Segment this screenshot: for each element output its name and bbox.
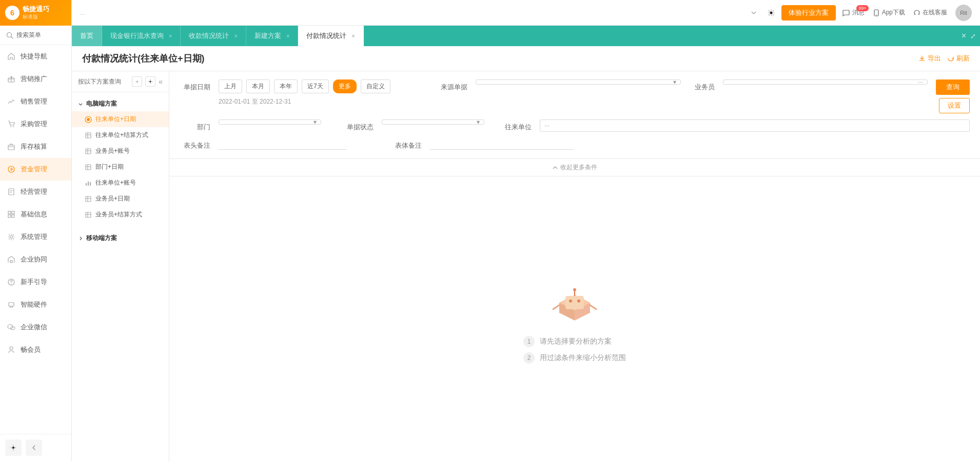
sidebar-item-quick-nav[interactable]: 快捷导航 — [0, 45, 71, 68]
tab-close-icon[interactable]: × — [286, 33, 289, 39]
last-7days-btn[interactable]: 近7天 — [302, 79, 329, 93]
tab-close-icon[interactable]: × — [169, 33, 172, 39]
svg-point-20 — [12, 447, 14, 449]
empty-msg-1: 1 请先选择要分析的方案 — [523, 336, 626, 347]
svg-point-44 — [573, 288, 576, 291]
tab-expand-btn[interactable]: ⤢ — [970, 32, 976, 40]
sidebar-item-sales[interactable]: 销售管理 — [0, 90, 71, 113]
sidebar-item-marketing[interactable]: 营销推广 — [0, 68, 71, 90]
sidebar-item-finance[interactable]: 资金管理 — [0, 158, 71, 181]
top-header: ... 体验行业方案 消息 99+ App下载 在线客服 Rit — [72, 0, 980, 26]
source-select[interactable]: ▾ — [476, 79, 680, 85]
plan-item-staff-settle[interactable]: 业务员+结算方式 — [72, 207, 169, 223]
dept-select[interactable]: ▾ — [219, 119, 321, 125]
tab-home[interactable]: 首页 — [72, 26, 102, 46]
table-icon — [84, 131, 92, 139]
sidebar-item-guide[interactable]: 新手引导 — [0, 271, 71, 293]
mobile-plan-section-title[interactable]: 移动端方案 — [72, 231, 169, 246]
sidebar-item-basic[interactable]: 基础信息 — [0, 203, 71, 226]
plan-item-label: 往来单位+账号 — [95, 178, 136, 187]
sidebar-item-member[interactable]: 畅会员 — [0, 338, 71, 361]
this-year-btn[interactable]: 本年 — [274, 79, 298, 93]
tab-close-active-icon[interactable]: × — [351, 33, 355, 39]
svg-rect-29 — [86, 133, 91, 138]
empty-illustration — [544, 274, 605, 326]
collapse-sidebar-btn[interactable] — [26, 439, 42, 456]
status-arrow-icon: ▾ — [477, 118, 480, 126]
chevron-down-icon — [751, 10, 757, 16]
counterpart-select[interactable]: ··· — [540, 119, 970, 132]
report-icon — [6, 187, 16, 197]
plan-item-staff-date[interactable]: 业务员+日期 — [72, 191, 169, 207]
refresh-icon — [947, 55, 954, 62]
head-note-input[interactable] — [219, 138, 347, 150]
svg-point-6 — [8, 166, 14, 172]
chevron-down-small-icon — [78, 102, 83, 107]
home-icon — [6, 51, 16, 62]
svg-rect-31 — [86, 165, 91, 170]
export-btn[interactable]: 导出 — [918, 54, 941, 63]
tab-close-all-btn[interactable]: × — [962, 31, 966, 41]
staff-arrow-icon: ··· — [918, 78, 923, 86]
svg-point-3 — [10, 126, 11, 127]
status-select[interactable]: ▾ — [382, 119, 484, 125]
content-area: 付款情况统计(往来单位+日期) 导出 刷新 按以下方案查询 + — [72, 46, 980, 461]
svg-rect-11 — [12, 215, 14, 217]
sidebar-item-inventory[interactable]: 库存核算 — [0, 135, 71, 158]
refresh-btn[interactable]: 刷新 — [947, 54, 970, 63]
tab-bar-btns: × ⤢ — [957, 26, 980, 46]
member-icon — [6, 345, 16, 355]
add-plan-btn[interactable]: + — [132, 76, 142, 87]
query-btn[interactable]: 查询 — [936, 79, 970, 95]
sidebar-item-enterprise[interactable]: 企业协同 — [0, 248, 71, 271]
pc-plan-section-title[interactable]: 电脑端方案 — [72, 96, 169, 111]
collapse-filter-bar[interactable]: 收起更多条件 — [169, 159, 980, 176]
collapse-left-panel-btn[interactable]: « — [159, 77, 163, 86]
sidebar-item-system[interactable]: 系统管理 — [0, 226, 71, 248]
sidebar-item-operation[interactable]: 经营管理 — [0, 181, 71, 203]
svg-rect-13 — [10, 260, 12, 263]
custom-btn[interactable]: 自定义 — [361, 79, 390, 93]
service-btn[interactable]: 在线客服 — [913, 8, 947, 17]
gift-icon — [6, 74, 16, 84]
user-avatar[interactable]: Rit — [955, 5, 972, 21]
tab-collection-stats[interactable]: 收款情况统计 × — [181, 26, 246, 46]
msg-btn[interactable]: 消息 99+ — [842, 8, 865, 17]
search-menu[interactable]: 搜索菜单 — [0, 26, 71, 45]
sidebar-item-hardware[interactable]: 智能硬件 — [0, 293, 71, 316]
tab-payment-stats[interactable]: 付款情况统计 × — [298, 26, 363, 46]
tab-new-plan[interactable]: 新建方案 × — [246, 26, 298, 46]
page-header: 付款情况统计(往来单位+日期) 导出 刷新 — [72, 46, 980, 71]
empty-state: 1 请先选择要分析的方案 2 用过滤条件来缩小分析范围 — [169, 176, 980, 461]
plan-item-unit-date[interactable]: 往来单位+日期 — [72, 111, 169, 127]
headset-icon — [913, 9, 920, 16]
plan-item-label: 业务员+结算方式 — [95, 210, 142, 219]
app-download-btn[interactable]: App下载 — [873, 8, 905, 17]
tab-bank-flow[interactable]: 现金银行流水查询 × — [102, 26, 181, 46]
trial-btn[interactable]: 体验行业方案 — [781, 5, 836, 21]
settings-filter-btn[interactable]: 设置 — [939, 98, 970, 113]
content-body: 按以下方案查询 + « 电脑端方案 — [72, 71, 980, 461]
gear-footer-btn[interactable] — [5, 439, 22, 456]
manage-plan-btn[interactable] — [145, 76, 155, 87]
table-icon-3 — [84, 163, 92, 171]
status-select-wrapper: ▾ — [382, 119, 484, 125]
tab-bar: 首页 现金银行流水查询 × 收款情况统计 × 新建方案 × 付款情况统计 × ×… — [72, 26, 980, 46]
plan-item-staff-account[interactable]: 业务员+账号 — [72, 143, 169, 159]
this-month-btn[interactable]: 本月 — [246, 79, 270, 93]
staff-select[interactable]: ··· — [723, 79, 928, 85]
settings-btn-header[interactable] — [767, 9, 775, 17]
plan-item-dept-date[interactable]: 部门+日期 — [72, 159, 169, 175]
last-month-btn[interactable]: 上月 — [219, 79, 242, 93]
nav-label: 库存核算 — [21, 142, 47, 151]
body-note-input[interactable] — [430, 138, 574, 150]
tab-close-icon[interactable]: × — [234, 33, 237, 39]
sidebar-item-purchase[interactable]: 采购管理 — [0, 113, 71, 135]
more-btn[interactable]: 更多 — [333, 79, 357, 93]
sidebar-item-wechat[interactable]: 企业微信 — [0, 316, 71, 338]
app-label: App下载 — [882, 8, 905, 17]
sidebar: 6 畅捷通巧 标准版 搜索菜单 快捷导航 营销推广 — [0, 0, 72, 461]
svg-point-23 — [876, 14, 877, 15]
plan-item-unit-account[interactable]: 往来单位+账号 — [72, 175, 169, 191]
plan-item-unit-settle[interactable]: 往来单位+结算方式 — [72, 127, 169, 143]
